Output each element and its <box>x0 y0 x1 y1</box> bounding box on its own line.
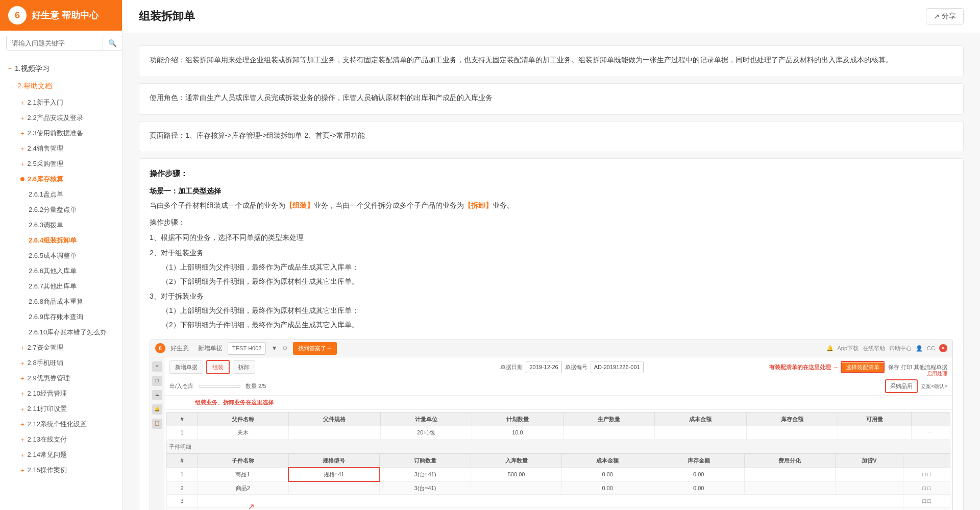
sidebar-item-finance[interactable]: + 2.7资金管理 <box>12 340 122 355</box>
scenario1-desc: 当由多个子件材料组装成一个成品的业务为【组装】业务，当由一个父件拆分成多个子产品… <box>150 200 953 212</box>
sidebar-item-customize[interactable]: + 2.12系统个性化设置 <box>12 417 122 432</box>
mock-sidebar-icon-3: ☁ <box>152 390 162 400</box>
plus-icon: + <box>20 145 24 153</box>
mock-select-bom-btn[interactable]: 选择装配清单 <box>842 362 884 372</box>
sidebar-item-cases[interactable]: + 2.15操作案例 <box>12 463 122 478</box>
search-input[interactable] <box>6 36 103 51</box>
sidebar-item-data-prep[interactable]: + 2.3使用前数据准备 <box>12 126 122 141</box>
sidebar-item-purchase[interactable]: + 2.5采购管理 <box>12 156 122 172</box>
plus-icon: + <box>20 390 24 398</box>
sidebar-item-inventory[interactable]: 2.6库存核算 <box>12 172 122 187</box>
col-parent-name: 父件名称 <box>198 412 289 426</box>
sidebar-item-partial-check[interactable]: 2.6.2分量盘点单 <box>20 202 122 217</box>
child-col-extra: 加贷V <box>836 453 903 468</box>
col-cost: 成本金额 <box>655 412 746 426</box>
mock-app-logo: 6 <box>155 343 165 353</box>
sidebar-item-stock-check[interactable]: 2.6.1盘点单 <box>20 187 122 202</box>
search-button[interactable]: 🔍 <box>103 36 122 51</box>
mock-parent-table: # 父件名称 父件规格 计量单位 计划数量 生产数量 成本金额 库存金额 <box>166 412 950 440</box>
main-panel: 组装拆卸单 ↗ 分享 功能介绍：组装拆卸单用来处理企业组装或拆卸等加工业务，支持… <box>122 0 980 510</box>
child-col-cost: 成本金额 <box>562 453 653 468</box>
sidebar-item-coupon[interactable]: + 2.9优惠券管理 <box>12 371 122 386</box>
mock-warehouse-label: 出/入仓库 <box>169 381 193 391</box>
plus-icon: + <box>20 99 24 107</box>
mock-topbar: 6 好生意 新增单据 TEST-H002 ▼ ⚙ 找到答案了→ 🔔 App下载 … <box>150 340 952 357</box>
page-title: 组装拆卸单 <box>139 9 195 24</box>
step3b: （2）下部明细为子件明细，最终作为产成品生成其它入库单。 <box>162 319 953 331</box>
col-actions <box>912 412 950 426</box>
mock-child-header-label: 子件明细 <box>169 442 191 452</box>
plus-icon: + <box>20 375 24 382</box>
mock-sidebar-icon-2: ◻ <box>152 376 162 386</box>
mock-docno-label: 单据编号 <box>565 362 587 372</box>
page-path-block: 页面路径：1、库存核算->库存管理->组装拆卸单 2、首页->常用功能 <box>139 121 964 153</box>
sidebar-item-faq[interactable]: + 2.14常见问题 <box>12 447 122 463</box>
mock-topbar-title: 好生意 <box>170 343 189 353</box>
sidebar-item-cost-recalc[interactable]: 2.6.8商品成本重算 <box>20 294 122 309</box>
mock-next-btn[interactable]: 找到答案了→ <box>293 342 337 355</box>
col-parent-spec: 父件规格 <box>289 412 380 426</box>
col-avail: 可用量 <box>838 412 912 426</box>
mock-child-table: # 子件名称 规格型号 订购数量 入库数量 成本金额 库存金额 <box>166 453 950 510</box>
child-col-name: 子件名称 <box>197 453 288 468</box>
sidebar-item-new-user[interactable]: + 2.1新手入门 <box>12 95 122 110</box>
page-path-text: 页面路径：1、库存核算->库存管理->组装拆卸单 2、首页->常用功能 <box>150 130 953 142</box>
sidebar-item-other-in[interactable]: 2.6.6其他入库单 <box>20 263 122 279</box>
child-col-spec: 规格型号 <box>288 453 380 468</box>
col-seq: # <box>167 412 198 426</box>
annotation-handler: 启用处理 <box>927 369 947 378</box>
mock-tab-disassemble[interactable]: 拆卸 <box>233 360 255 374</box>
mock-app: 6 好生意 新增单据 TEST-H002 ▼ ⚙ 找到答案了→ 🔔 App下载 … <box>150 340 952 510</box>
sidebar-item-inventory-error[interactable]: 2.6.10库存账本错了怎么办 <box>20 325 122 340</box>
col-prod-qty: 生产数量 <box>564 412 655 426</box>
step1: 1、根据不同的业务，选择不同单据的类型来处理 <box>150 232 953 244</box>
plus-icon: + <box>20 405 24 413</box>
table-row: 4 □ □ <box>167 507 950 510</box>
sidebar-item-operation[interactable]: + 2.10经营管理 <box>12 386 122 401</box>
mock-close-btn[interactable]: ✕ <box>939 344 947 352</box>
share-button[interactable]: ↗ 分享 <box>926 8 964 25</box>
col-plan-qty: 计划数量 <box>472 412 563 426</box>
usage-role-block: 使用角色：通常由生产人员或库管人员完成拆装业务的操作，库管人员确认原材料的出库和… <box>139 83 964 115</box>
mock-handler-input: 采购品用 <box>885 379 918 393</box>
mock-warehouse-val <box>199 385 240 388</box>
sidebar-item-install[interactable]: + 2.2产品安装及登录 <box>12 110 122 126</box>
mock-sidebar-icon-1: ≡ <box>152 361 162 372</box>
sidebar-item-assemble[interactable]: 2.6.4组装拆卸单 <box>20 233 122 248</box>
table-row: 3 □ □ <box>167 495 950 508</box>
sidebar-item-online-pay[interactable]: + 2.13在线支付 <box>12 432 122 447</box>
sidebar-item-sales[interactable]: + 2.4销售管理 <box>12 141 122 156</box>
mock-table-area: # 父件名称 父件规格 计量单位 计划数量 生产数量 成本金额 库存金额 <box>164 410 952 510</box>
annotation-type: 组装业务、拆卸业务在这里选择 <box>195 398 274 407</box>
mock-tab-new[interactable]: 新增单据 <box>169 360 203 374</box>
sidebar-item-video-learning[interactable]: + 1.视频学习 <box>0 60 122 78</box>
sidebar-item-cost-adjust[interactable]: 2.6.5成本调整单 <box>20 248 122 263</box>
steps-block: 操作步骤： 场景一：加工类型选择 当由多个子件材料组装成一个成品的业务为【组装】… <box>139 158 964 510</box>
sidebar-header: 6 好生意 帮助中心 <box>0 0 122 31</box>
intro-block: 功能介绍：组装拆卸单用来处理企业组装或拆卸等加工业务，支持有固定装配清单的产品加… <box>139 45 964 77</box>
mock-bom-section: 有装配清单的在这里处理 → 选择装配清单 保存 打印 其他流程单据 <box>769 361 947 373</box>
sidebar-item-mobile[interactable]: + 2.8手机旺铺 <box>12 355 122 371</box>
mock-child-header: 子件明细 <box>166 441 950 453</box>
mock-qty-label: 数量 2/5 <box>246 381 266 391</box>
sidebar-item-other-out[interactable]: 2.6.7其他出库单 <box>20 279 122 294</box>
child-col-fee: 费用分化 <box>744 453 836 468</box>
sidebar-item-print[interactable]: + 2.11打印设置 <box>12 401 122 417</box>
scenario1-title: 场景一：加工类型选择 <box>150 185 953 198</box>
search-box: 🔍 <box>0 31 122 56</box>
minus-icon: – <box>8 82 14 90</box>
sidebar-item-help-docs[interactable]: – 2.帮助文档 <box>0 78 122 95</box>
usage-role-text: 使用角色：通常由生产人员或库管人员完成拆装业务的操作，库管人员确认原材料的出库和… <box>150 92 953 104</box>
mock-type-annotation: 组装业务、拆卸业务在这里选择 <box>164 396 952 410</box>
arrow-icon: → <box>832 363 839 371</box>
main-header: 组装拆卸单 ↗ 分享 <box>122 0 980 33</box>
col-stock-cost: 库存金额 <box>746 412 838 426</box>
mock-app-id: TEST-H002 <box>228 342 266 355</box>
nav-sub-inventory: 2.6.1盘点单 2.6.2分量盘点单 2.6.3调拨单 2.6.4组装拆卸单 … <box>12 187 122 340</box>
steps-title: 操作步骤： <box>150 167 953 180</box>
sidebar-item-inventory-query[interactable]: 2.6.9库存账本查询 <box>20 309 122 325</box>
sidebar-item-transfer[interactable]: 2.6.3调拨单 <box>20 217 122 233</box>
mock-docno-value: AD-20191226-001 <box>591 361 644 374</box>
mock-sidebar-icon-5: 📋 <box>152 419 162 429</box>
mock-tab-assemble[interactable]: 组装 <box>206 360 230 375</box>
